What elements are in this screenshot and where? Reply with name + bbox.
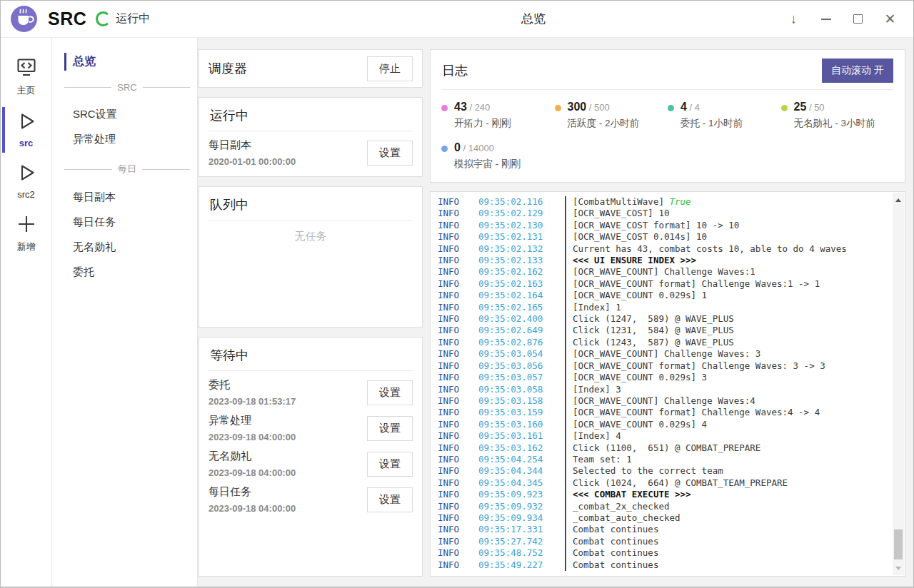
log-line: INFO09:35:02.132Current has 43, combat c…: [438, 243, 888, 255]
log-message: Combat continues: [565, 524, 658, 535]
log-title: 日志: [442, 62, 468, 79]
autoscroll-toggle-button[interactable]: 自动滚动 开: [822, 59, 893, 83]
log-level: INFO: [438, 524, 478, 535]
scroll-down-icon[interactable]: ↓: [778, 5, 810, 34]
log-level: INFO: [438, 501, 478, 512]
rail-item-src[interactable]: src: [1, 104, 51, 156]
maximize-icon[interactable]: [842, 5, 874, 34]
page-title: 总览: [521, 11, 546, 27]
sidebar-group-src: SRC: [64, 82, 190, 93]
sidebar-group-daily: 每日: [64, 163, 190, 176]
app-name: SRC: [48, 9, 86, 29]
stop-button[interactable]: 停止: [367, 56, 413, 81]
scrollbar-thumb[interactable]: [894, 529, 903, 559]
log-time: 09:35:49.227: [478, 559, 565, 571]
stat-item: 43 / 240开拓力 - 刚刚: [441, 101, 555, 130]
log-time: 09:35:09.923: [478, 489, 565, 500]
rail-item-src2[interactable]: src2: [1, 156, 51, 207]
sidebar-item-src-settings[interactable]: SRC设置: [52, 102, 197, 127]
rail-item-add[interactable]: 新增: [1, 207, 51, 260]
run-status-text: 运行中: [116, 11, 150, 26]
log-line: INFO09:35:03.054[OCR_WAVE_COUNT] Challen…: [438, 348, 888, 360]
plus-icon: [16, 213, 37, 238]
log-level: INFO: [438, 477, 478, 489]
minimize-icon[interactable]: [810, 5, 842, 34]
log-level: INFO: [438, 489, 478, 500]
log-message: [OCR_WAVE_COUNT format] Challenge Waves:…: [565, 407, 820, 418]
play-icon: [16, 111, 37, 135]
log-message: Click (1100, 651) @ COMBAT_PREPARE: [565, 442, 760, 454]
running-panel: 运行中 每日副本 2020-01-01 00:00:00 设置: [199, 97, 423, 177]
log-time: 09:35:02.133: [478, 255, 565, 266]
log-level: INFO: [438, 419, 478, 430]
log-message: _combat_2x_checked: [565, 501, 669, 512]
stat-value: 300 / 500: [568, 101, 640, 113]
log-time: 09:35:02.163: [478, 278, 565, 290]
settings-button[interactable]: 设置: [367, 141, 413, 166]
queue-empty-text: 无任务: [209, 220, 413, 243]
task-row: 异常处理2023-09-18 04:00:00设置: [209, 407, 413, 442]
log-message: [OCR_WAVE_COST format] 10 -> 10: [565, 220, 739, 231]
rail-item-home[interactable]: 主页: [1, 51, 51, 104]
sidebar-item-assignment[interactable]: 委托: [52, 260, 197, 285]
scrollbar-up-arrow-icon[interactable]: [893, 194, 904, 206]
sidebar-item-overview[interactable]: 总览: [52, 52, 197, 71]
running-spinner-icon: [96, 11, 111, 26]
stat-value: 25 / 50: [794, 101, 875, 113]
log-level: INFO: [438, 208, 478, 219]
sidebar-item-exception-handling[interactable]: 异常处理: [52, 127, 197, 152]
log-message: [CombatMultiWave] True: [565, 196, 691, 208]
log-time: 09:35:03.058: [478, 384, 565, 395]
log-line: INFO09:35:02.130[OCR_WAVE_COST format] 1…: [438, 220, 888, 231]
sidebar-item-daily-dungeon[interactable]: 每日副本: [52, 185, 197, 210]
task-name: 异常处理: [209, 414, 296, 427]
sidebar-item-daily-quest[interactable]: 每日任务: [52, 210, 197, 235]
log-time: 09:35:02.162: [478, 266, 565, 278]
log-time: 09:35:03.057: [478, 372, 565, 383]
task-name: 无名勋礼: [209, 450, 296, 463]
log-message: Combat continues: [565, 559, 658, 571]
log-line: INFO09:35:02.131[OCR_WAVE_COST 0.014s] 1…: [438, 231, 888, 243]
log-level: INFO: [438, 266, 478, 278]
log-time: 09:35:09.934: [478, 512, 565, 524]
settings-button[interactable]: 设置: [367, 452, 413, 477]
settings-button[interactable]: 设置: [367, 487, 413, 512]
log-line: INFO09:35:09.923<<< COMBAT EXECUTE >>>: [438, 489, 888, 500]
stat-dot-icon: [441, 146, 448, 152]
log-level: INFO: [438, 231, 478, 243]
log-line: INFO09:35:03.056[OCR_WAVE_COUNT format] …: [438, 360, 888, 372]
scheduler-title: 调度器: [209, 60, 247, 77]
stat-dot-icon: [555, 105, 561, 111]
log-message: [OCR_WAVE_COUNT 0.029s] 4: [565, 419, 707, 430]
log-message: [OCR_WAVE_COUNT] Challenge Waves:1: [565, 266, 755, 278]
log-level: INFO: [438, 454, 478, 465]
settings-button[interactable]: 设置: [367, 416, 413, 441]
stat-max: / 4: [687, 102, 700, 113]
stat-dot-icon: [781, 105, 788, 111]
task-time: 2023-09-18 04:00:00: [209, 432, 296, 442]
log-time: 09:35:04.344: [478, 465, 565, 477]
log-line: INFO09:35:02.876Click (1243, 587) @ WAVE…: [438, 337, 888, 348]
log-scrollbar[interactable]: [893, 193, 904, 575]
stat-dot-icon: [441, 105, 448, 111]
log-line: INFO09:35:49.227Combat continues: [438, 559, 888, 571]
log-message: [OCR_WAVE_COUNT format] Challenge Waves:…: [565, 278, 820, 290]
log-line: INFO09:35:09.932_combat_2x_checked: [438, 501, 888, 512]
sidebar-item-nameless-honor[interactable]: 无名勋礼: [52, 235, 197, 260]
stat-max: / 240: [467, 102, 491, 113]
stat-max: / 14000: [461, 143, 494, 153]
log-time: 09:35:02.132: [478, 243, 565, 255]
close-icon[interactable]: ✕: [874, 5, 906, 34]
scrollbar-down-arrow-icon[interactable]: [893, 562, 904, 574]
log-line: INFO09:35:02.165[Index] 1: [438, 302, 888, 313]
log-time: 09:35:27.742: [478, 536, 565, 547]
title-bar: SRC 运行中 总览 ↓ ✕: [1, 1, 913, 38]
log-line: INFO09:35:09.934_combat_auto_checked: [438, 512, 888, 524]
log-message: [OCR_WAVE_COST 0.014s] 10: [565, 231, 707, 243]
settings-button[interactable]: 设置: [367, 380, 413, 405]
task-name: 每日副本: [209, 138, 296, 152]
window-controls: ↓ ✕: [778, 5, 906, 34]
stat-value: 0 / 14000: [454, 141, 521, 154]
log-time: 09:35:03.056: [478, 360, 565, 372]
log-time: 09:35:04.345: [478, 477, 565, 489]
